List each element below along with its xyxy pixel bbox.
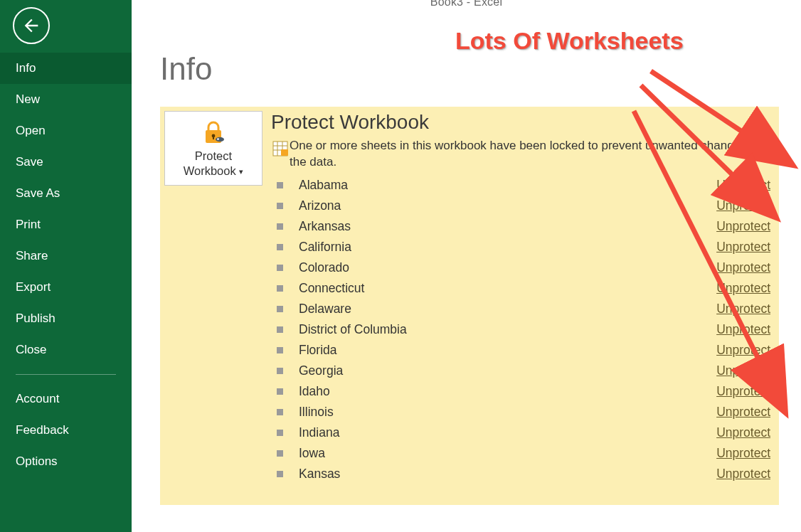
list-bullet <box>277 326 283 333</box>
list-bullet <box>277 223 283 230</box>
unprotect-link[interactable]: Unprotect <box>716 219 770 234</box>
sheet-name: Arkansas <box>299 219 716 234</box>
protected-sheet-row: KansasUnprotect <box>275 464 772 484</box>
unprotect-link[interactable]: Unprotect <box>716 384 770 399</box>
protected-sheet-row: ArkansasUnprotect <box>275 216 772 237</box>
unprotect-link[interactable]: Unprotect <box>716 446 770 461</box>
sheet-name: District of Columbia <box>299 322 716 337</box>
sidebar-item-publish[interactable]: Publish <box>0 303 132 334</box>
unprotect-link[interactable]: Unprotect <box>716 178 770 193</box>
protected-sheet-row: DelawareUnprotect <box>275 299 772 319</box>
sidebar-item-share[interactable]: Share <box>0 240 132 272</box>
page-title: Info <box>160 51 780 87</box>
sheet-name: Connecticut <box>299 281 716 296</box>
sheet-name: Indiana <box>299 425 716 440</box>
sidebar-item-options[interactable]: Options <box>0 446 132 477</box>
sheet-name: Idaho <box>299 384 716 399</box>
list-bullet <box>277 306 283 312</box>
list-bullet <box>277 368 283 374</box>
protect-workbook-description: One or more sheets in this workbook have… <box>290 138 772 171</box>
list-bullet <box>277 182 283 188</box>
sheet-name: Illinois <box>299 405 716 420</box>
protected-sheet-row: IowaUnprotect <box>275 443 772 464</box>
sheet-name: Georgia <box>299 363 716 378</box>
sheet-name: Alabama <box>299 178 716 193</box>
sheet-name: Colorado <box>299 260 716 275</box>
list-bullet <box>277 265 283 271</box>
unprotect-link[interactable]: Unprotect <box>716 425 770 440</box>
protected-sheet-row: IllinoisUnprotect <box>275 402 772 422</box>
backstage-sidebar: InfoNewOpenSaveSave AsPrintShareExportPu… <box>0 0 132 532</box>
sidebar-item-print[interactable]: Print <box>0 209 132 240</box>
lock-icon <box>169 120 258 144</box>
arrow-left-icon <box>21 16 41 36</box>
sidebar-item-account[interactable]: Account <box>0 383 132 415</box>
unprotect-link[interactable]: Unprotect <box>716 363 770 378</box>
protect-workbook-button[interactable]: Protect Workbook ▾ <box>164 111 262 186</box>
sheet-name: California <box>299 240 716 255</box>
protected-sheet-row: IdahoUnprotect <box>275 381 772 402</box>
sidebar-item-feedback[interactable]: Feedback <box>0 415 132 446</box>
sheet-name: Kansas <box>299 467 716 482</box>
list-bullet <box>277 430 283 436</box>
list-bullet <box>277 203 283 209</box>
svg-point-3 <box>216 137 224 142</box>
protected-sheet-row: IndianaUnprotect <box>275 422 772 443</box>
list-bullet <box>277 450 283 457</box>
chevron-down-icon: ▾ <box>239 166 243 175</box>
protect-workbook-panel: Protect Workbook ▾ Protect Workbook <box>160 107 779 505</box>
window-title: Book3 - Excel <box>132 0 801 9</box>
sidebar-separator <box>16 374 116 375</box>
protected-sheet-row: FloridaUnprotect <box>275 340 772 361</box>
sheet-name: Florida <box>299 343 716 358</box>
sidebar-item-save-as[interactable]: Save As <box>0 178 132 209</box>
protect-workbook-label: Protect Workbook ▾ <box>169 149 258 178</box>
main-content: Book3 - Excel Info Protect Workbook ▾ <box>132 0 801 532</box>
unprotect-link[interactable]: Unprotect <box>716 240 770 255</box>
protected-sheet-row: ColoradoUnprotect <box>275 257 772 278</box>
svg-rect-10 <box>281 149 288 156</box>
protected-sheet-row: ArizonaUnprotect <box>275 196 772 216</box>
protect-workbook-heading: Protect Workbook <box>271 111 772 134</box>
unprotect-link[interactable]: Unprotect <box>716 198 770 213</box>
unprotect-link[interactable]: Unprotect <box>716 260 770 275</box>
sidebar-item-info[interactable]: Info <box>0 53 132 84</box>
list-bullet <box>277 471 283 477</box>
unprotect-link[interactable]: Unprotect <box>716 281 770 296</box>
sidebar-item-close[interactable]: Close <box>0 334 132 366</box>
list-bullet <box>277 388 283 395</box>
sheet-name: Iowa <box>299 446 716 461</box>
sidebar-item-new[interactable]: New <box>0 84 132 115</box>
sidebar-item-export[interactable]: Export <box>0 272 132 303</box>
protected-sheet-row: CaliforniaUnprotect <box>275 237 772 257</box>
list-bullet <box>277 285 283 292</box>
unprotect-link[interactable]: Unprotect <box>716 343 770 358</box>
sidebar-item-save[interactable]: Save <box>0 147 132 178</box>
list-bullet <box>277 409 283 415</box>
unprotect-link[interactable]: Unprotect <box>716 322 770 337</box>
sheet-name: Delaware <box>299 302 716 316</box>
protected-sheet-list: AlabamaUnprotectArizonaUnprotectArkansas… <box>275 175 772 484</box>
protected-sheet-row: GeorgiaUnprotect <box>275 361 772 381</box>
unprotect-link[interactable]: Unprotect <box>716 302 770 316</box>
list-bullet <box>277 347 283 353</box>
list-bullet <box>277 244 283 250</box>
protected-sheet-row: AlabamaUnprotect <box>275 175 772 196</box>
unprotect-link[interactable]: Unprotect <box>716 467 770 482</box>
protected-sheet-row: ConnecticutUnprotect <box>275 278 772 299</box>
sheet-name: Arizona <box>299 198 716 213</box>
unprotect-link[interactable]: Unprotect <box>716 405 770 420</box>
protected-sheet-row: District of ColumbiaUnprotect <box>275 319 772 340</box>
svg-rect-2 <box>213 136 214 139</box>
svg-point-4 <box>217 138 219 140</box>
back-button[interactable] <box>13 7 50 44</box>
worksheet-protected-icon <box>271 141 290 159</box>
sidebar-item-open[interactable]: Open <box>0 115 132 147</box>
